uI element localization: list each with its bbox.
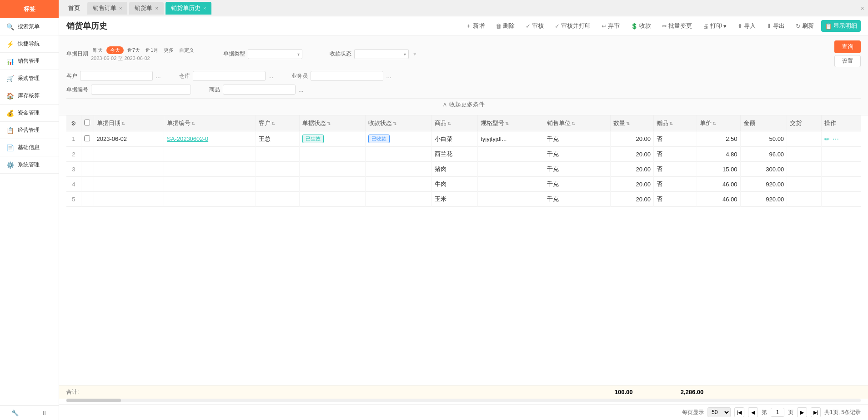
- row-checkbox-cell[interactable]: [81, 192, 94, 207]
- filter-collapse-btn[interactable]: ∧ 收起更多条件: [66, 98, 861, 110]
- refresh-button[interactable]: ↻ 刷新: [792, 20, 818, 32]
- first-page-btn[interactable]: |◀: [734, 407, 744, 417]
- tab-sales-order-close[interactable]: ×: [119, 5, 122, 11]
- col-doc-status[interactable]: 单据状态⇅: [299, 115, 366, 131]
- quick-nav-icon: ⚡: [6, 40, 14, 48]
- delete-button[interactable]: 🗑 删除: [492, 20, 518, 32]
- action-cell: [821, 162, 861, 177]
- tab-sales-goods-close[interactable]: ×: [155, 5, 158, 11]
- col-gift[interactable]: 赠品⇅: [654, 115, 697, 131]
- horizontal-scrollbar[interactable]: [66, 399, 861, 402]
- per-page-select[interactable]: 50 100 200: [707, 407, 731, 417]
- date-btn-more[interactable]: 更多: [162, 46, 176, 54]
- tab-home[interactable]: 首页: [63, 2, 85, 15]
- audit-print-button[interactable]: ✓ 审核并打印: [551, 20, 594, 32]
- show-detail-button[interactable]: 📋 显示明细: [821, 20, 861, 32]
- date-btn-7days[interactable]: 近7天: [125, 46, 142, 54]
- table-row: 5玉米千克20.00否46.00920.00: [66, 192, 861, 207]
- sidebar-item-basic-info[interactable]: 📄 基础信息: [0, 139, 59, 156]
- print-button[interactable]: 🖨 打印 ▾: [699, 20, 730, 32]
- print-icon: 🖨: [703, 23, 709, 30]
- doc-no-input[interactable]: [91, 85, 191, 95]
- select-all-checkbox[interactable]: [84, 120, 90, 125]
- sidebar-bottom-icon1[interactable]: 🔧: [11, 410, 19, 416]
- date-btn-custom[interactable]: 自定义: [177, 46, 196, 54]
- customer-cell: 王总: [256, 131, 299, 147]
- salesperson-input[interactable]: [311, 71, 383, 81]
- row-checkbox-cell[interactable]: [81, 177, 94, 192]
- tab-sales-order[interactable]: 销售订单 ×: [87, 2, 127, 15]
- import-button[interactable]: ⬆ 导入: [734, 20, 759, 32]
- col-spec[interactable]: 规格型号⇅: [478, 115, 544, 131]
- sidebar-item-purchase-mgmt[interactable]: 🛒 采购管理: [0, 70, 59, 87]
- filter-settings-button[interactable]: 设置: [834, 55, 861, 67]
- row-checkbox-cell[interactable]: [81, 162, 94, 177]
- warehouse-input[interactable]: [193, 71, 266, 81]
- row-checkbox[interactable]: [84, 135, 90, 141]
- col-doc-date[interactable]: 单据日期⇅: [94, 115, 164, 131]
- date-btn-1month[interactable]: 近1月: [144, 46, 160, 54]
- col-customer[interactable]: 客户⇅: [256, 115, 299, 131]
- sidebar-item-finance[interactable]: 💰 资金管理: [0, 105, 59, 122]
- action-cell: [821, 192, 861, 207]
- more-icon[interactable]: ⋯: [833, 135, 839, 143]
- col-gear[interactable]: ⚙: [66, 115, 81, 131]
- col-payment-status[interactable]: 收款状态⇅: [366, 115, 432, 131]
- sidebar-item-quick-nav[interactable]: ⚡ 快捷导航: [0, 35, 59, 53]
- next-page-btn[interactable]: ▶: [797, 407, 807, 417]
- col-doc-no[interactable]: 单据编号⇅: [164, 115, 256, 131]
- sidebar-bottom-icon2[interactable]: ⏸: [41, 410, 47, 416]
- col-goods[interactable]: 商品⇅: [432, 115, 478, 131]
- col-qty[interactable]: 数量⇅: [610, 115, 653, 131]
- scrollbar-thumb[interactable]: [66, 399, 121, 402]
- col-sales-unit[interactable]: 销售单位⇅: [544, 115, 611, 131]
- sidebar-item-ops[interactable]: 📋 经营管理: [0, 122, 59, 139]
- doc-status-cell: 已生效: [299, 131, 366, 147]
- customer-ellipsis[interactable]: ...: [156, 72, 161, 80]
- prev-page-btn[interactable]: ◀: [748, 407, 758, 417]
- edit-icon[interactable]: ✏: [824, 135, 830, 143]
- audit-button[interactable]: ✓ 审核: [522, 20, 547, 32]
- goods-input[interactable]: [223, 85, 296, 95]
- sidebar-item-search-menu[interactable]: 🔍 搜索菜单: [0, 18, 59, 35]
- payment-status-select[interactable]: [354, 49, 409, 59]
- collect-button[interactable]: 💲 收款: [627, 20, 655, 32]
- page-label-prefix: 第: [762, 409, 767, 416]
- tab-sales-history-close[interactable]: ×: [203, 5, 206, 11]
- doc-status-sort-icon: ⇅: [327, 121, 331, 126]
- new-button[interactable]: ＋ 新增: [462, 20, 488, 32]
- warehouse-ellipsis[interactable]: ...: [268, 72, 274, 80]
- export-button[interactable]: ⬇ 导出: [763, 20, 788, 32]
- customer-input[interactable]: [80, 71, 153, 81]
- doc-no-link[interactable]: SA-20230602-0: [167, 135, 208, 142]
- date-btn-today[interactable]: 今天: [106, 46, 124, 54]
- current-page-input[interactable]: [771, 408, 784, 417]
- date-btn-yesterday[interactable]: 昨天: [91, 46, 105, 54]
- row-checkbox-cell[interactable]: [81, 131, 94, 147]
- doc-type-select[interactable]: [248, 49, 302, 59]
- filter-goods: 商品 ...: [209, 85, 304, 95]
- gift-cell: 否: [654, 177, 697, 192]
- tab-sales-goods[interactable]: 销货单 ×: [129, 2, 163, 15]
- tab-close-all[interactable]: ×: [861, 5, 864, 12]
- tab-sales-history[interactable]: 销货单历史 ×: [166, 2, 211, 15]
- sales-unit-cell: 千克: [544, 131, 611, 147]
- gift-cell: 否: [654, 131, 697, 147]
- query-button[interactable]: 查询: [834, 40, 861, 53]
- goods-ellipsis[interactable]: ...: [298, 86, 304, 93]
- batch-change-button[interactable]: ✏ 批量变更: [658, 20, 696, 32]
- table-row: 12023-06-02SA-20230602-0王总已生效已收款小白菜tyjyj…: [66, 131, 861, 147]
- last-page-btn[interactable]: ▶|: [811, 407, 821, 417]
- col-checkbox[interactable]: [81, 115, 94, 131]
- sidebar-item-sales-mgmt[interactable]: 📊 销售管理: [0, 53, 59, 70]
- sidebar-item-inventory[interactable]: 🏠 库存核算: [0, 87, 59, 105]
- payment-status-clear[interactable]: ▾: [413, 50, 416, 57]
- row-checkbox-cell[interactable]: [81, 147, 94, 162]
- abandon-button[interactable]: ↩ 弃审: [598, 20, 623, 32]
- sidebar-item-sys-mgmt[interactable]: ⚙️ 系统管理: [0, 156, 59, 174]
- doc-no-cell[interactable]: SA-20230602-0: [164, 131, 256, 147]
- col-unit-price[interactable]: 单价⇅: [697, 115, 740, 131]
- qty-cell: 20.00: [610, 131, 653, 147]
- spec-cell: [478, 147, 544, 162]
- salesperson-ellipsis[interactable]: ...: [386, 72, 391, 80]
